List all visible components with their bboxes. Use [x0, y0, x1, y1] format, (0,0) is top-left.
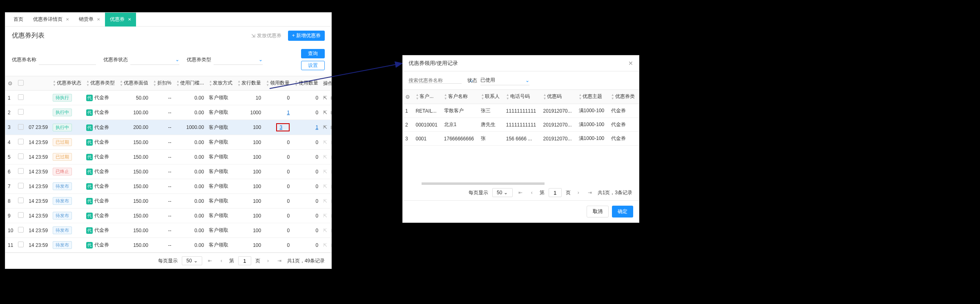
- table-row[interactable]: 8 14 23:59 待发布 代代金券 150.00 -- 0.00 客户领取 …: [5, 194, 331, 209]
- claimed-link[interactable]: 1: [287, 110, 290, 115]
- coupon-name-input[interactable]: [39, 54, 96, 65]
- qr-icon[interactable]: ⊞: [330, 198, 331, 204]
- share-icon[interactable]: ⇱: [323, 95, 327, 101]
- row-checkbox[interactable]: [18, 139, 24, 144]
- issued: 100: [235, 194, 263, 209]
- per-page-select[interactable]: 50 ⌄: [182, 256, 202, 265]
- qr-icon[interactable]: ⊞: [330, 228, 331, 233]
- tab-销货单[interactable]: 销货单✕: [74, 13, 105, 27]
- used-cell: 0: [292, 179, 321, 194]
- tab-优惠券[interactable]: 优惠券✕: [105, 13, 136, 27]
- table-row[interactable]: 9 14 23:59 待发布 代代金券 150.00 -- 0.00 客户领取 …: [5, 209, 331, 223]
- column-header[interactable]: ▲▼优惠券类: [609, 90, 639, 104]
- table-row[interactable]: 1 待执行 代代金券 50.00 -- 0.00 客户领取 10 0 0 ⇱⊞: [5, 91, 331, 105]
- qr-icon[interactable]: ⊞: [330, 110, 331, 115]
- qr-icon[interactable]: ⊞: [330, 242, 331, 248]
- column-header[interactable]: ▲▼电话号码: [504, 90, 541, 104]
- row-checkbox[interactable]: [18, 124, 24, 130]
- tab-优惠券详情页[interactable]: 优惠券详情页✕: [28, 13, 74, 27]
- qr-icon[interactable]: ⊞: [330, 95, 331, 101]
- table-row[interactable]: 3 07 23:59 执行中 代代金券 200.00 -- 1000.00 客户…: [5, 120, 331, 135]
- column-header[interactable]: ▲▼优惠券类型: [84, 76, 117, 91]
- gear-icon[interactable]: ⚙: [405, 94, 410, 100]
- row-checkbox[interactable]: [18, 227, 24, 233]
- table-row[interactable]: 4 14 23:59 已过期 代代金券 150.00 -- 0.00 客户领取 …: [5, 135, 331, 150]
- modal-per-page-select[interactable]: 50 ⌄: [492, 188, 513, 197]
- modal-page-input[interactable]: [549, 188, 562, 197]
- table-row[interactable]: 3 0001 17666666666 张 156 6666 ... 201912…: [403, 132, 639, 146]
- modal-search-input[interactable]: [409, 78, 470, 83]
- gear-icon[interactable]: ⚙: [8, 80, 13, 87]
- type-select[interactable]: ⌄: [214, 54, 263, 65]
- first-page-button[interactable]: ⇤: [206, 257, 214, 264]
- used-cell: 0: [292, 164, 321, 179]
- column-header[interactable]: ▲▼领用数量: [263, 76, 292, 91]
- first-page-button[interactable]: ⇤: [517, 189, 524, 196]
- close-icon[interactable]: ✕: [97, 17, 100, 22]
- prev-page-button[interactable]: ‹: [218, 257, 225, 264]
- column-header[interactable]: ▲▼联系人: [478, 90, 503, 104]
- status-badge: 已过期: [53, 153, 72, 161]
- column-header[interactable]: ▲▼优惠券状态: [50, 76, 84, 91]
- share-icon[interactable]: ⇱: [323, 124, 327, 130]
- next-page-button[interactable]: ›: [264, 257, 272, 264]
- distribute-coupon-button[interactable]: ⇲ 发放优惠券: [247, 31, 286, 41]
- table-row[interactable]: 2 00010001 北京1 唐先生 11111111111 2019120​7…: [403, 118, 639, 132]
- last-page-button[interactable]: ⇥: [276, 257, 283, 264]
- row-checkbox[interactable]: [18, 153, 24, 159]
- table-row[interactable]: 2 执行中 代代金券 100.00 -- 0.00 客户领取 1000 1 0 …: [5, 105, 331, 120]
- status-select[interactable]: ⌄: [130, 54, 179, 65]
- column-header[interactable]: ▲▼使用数量: [292, 76, 321, 91]
- table-row[interactable]: 10 14 23:59 待发布 代代金券 150.00 -- 0.00 客户领取…: [5, 223, 331, 238]
- qr-icon[interactable]: ⊞: [330, 169, 331, 175]
- tab-首页[interactable]: 首页: [9, 13, 28, 27]
- column-header[interactable]: ▲▼优惠码: [540, 90, 576, 104]
- column-header[interactable]: ▲▼优惠主题: [576, 90, 609, 104]
- share-icon[interactable]: ⇱: [323, 110, 327, 115]
- row-checkbox[interactable]: [18, 168, 24, 174]
- table-row[interactable]: 1 RETAIL... 零散客户 张三 11111111111 2019120​…: [403, 104, 639, 118]
- table-row[interactable]: 7 14 23:59 待发布 代代金券 150.00 -- 0.00 客户领取 …: [5, 179, 331, 194]
- qr-icon[interactable]: ⊞: [330, 213, 331, 219]
- page-input[interactable]: [238, 256, 251, 265]
- close-icon[interactable]: ✕: [628, 60, 633, 67]
- used-cell: 0: [292, 135, 321, 150]
- row-time: 14 23:59: [26, 179, 50, 194]
- column-header[interactable]: ▲▼发行数量: [235, 76, 263, 91]
- row-checkbox[interactable]: [18, 94, 24, 100]
- search-button[interactable]: 查询: [301, 49, 325, 58]
- coupon-type: 代金券: [94, 183, 109, 189]
- claimed-link[interactable]: 3: [279, 124, 282, 130]
- row-checkbox[interactable]: [18, 183, 24, 189]
- column-header[interactable]: ▲▼折扣%: [151, 76, 174, 91]
- select-all-checkbox[interactable]: [18, 80, 24, 86]
- cancel-button[interactable]: 取消: [587, 206, 609, 217]
- qr-icon[interactable]: ⊞: [330, 140, 331, 145]
- row-checkbox[interactable]: [18, 212, 24, 218]
- row-checkbox[interactable]: [18, 109, 24, 115]
- qr-icon[interactable]: ⊞: [330, 184, 331, 189]
- settings-button[interactable]: 设置: [301, 61, 325, 70]
- row-checkbox[interactable]: [18, 242, 24, 247]
- row-checkbox[interactable]: [18, 197, 24, 203]
- close-icon[interactable]: ✕: [128, 17, 131, 22]
- column-header[interactable]: ▲▼发放方式: [206, 76, 235, 91]
- modal-pagination: 每页显示 50 ⌄ ⇤ ‹ 第 页 › ⇥ 共1页，3条记录: [403, 185, 639, 200]
- qr-icon[interactable]: ⊞: [330, 154, 331, 160]
- table-row[interactable]: 11 14 23:59 待发布 代代金券 150.00 -- 0.00 客户领取…: [5, 238, 331, 253]
- column-header[interactable]: ▲▼优惠券面值: [117, 76, 151, 91]
- add-coupon-button[interactable]: + 新增优惠券: [288, 31, 325, 41]
- column-header[interactable]: ▲▼客户...: [413, 90, 441, 104]
- used-link[interactable]: 1: [315, 124, 318, 130]
- column-header[interactable]: ▲▼客户名称: [442, 90, 479, 104]
- qr-icon[interactable]: ⊞: [330, 124, 331, 130]
- last-page-button[interactable]: ⇥: [586, 189, 594, 196]
- confirm-button[interactable]: 确定: [612, 206, 633, 217]
- table-row[interactable]: 5 14 23:59 已过期 代代金券 150.00 -- 0.00 客户领取 …: [5, 150, 331, 164]
- column-header[interactable]: ▲▼使用门槛...: [174, 76, 206, 91]
- next-page-button[interactable]: ›: [575, 189, 582, 196]
- table-row[interactable]: 6 14 23:59 已终止 代代金券 150.00 -- 0.00 客户领取 …: [5, 164, 331, 179]
- prev-page-button[interactable]: ‹: [528, 189, 536, 196]
- close-icon[interactable]: ✕: [66, 17, 69, 22]
- modal-status-select[interactable]: 已使用 ⌄: [480, 75, 529, 85]
